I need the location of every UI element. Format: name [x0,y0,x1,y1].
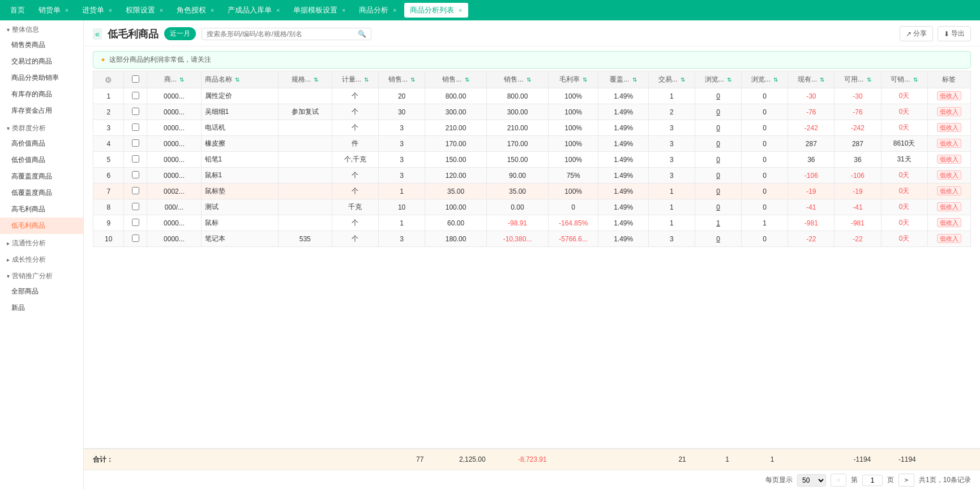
col-header-current[interactable]: 现有... ⇅ [788,71,835,88]
sidebar-item-capital[interactable]: 库存资金占用 [0,103,83,119]
nav-analysis[interactable]: 商品分析 × [353,3,402,18]
sidebar-item-in-stock[interactable]: 有库存的商品 [0,86,83,103]
col-header-sales-price[interactable]: 销售... ⇅ [425,71,487,88]
row-saleable: 0天 [881,199,927,215]
collapse-sidebar-button[interactable]: « [93,28,102,40]
col-header-sales-qty[interactable]: 销售... ⇅ [379,71,425,88]
row-code: 0000... [147,136,201,152]
row-checkbox[interactable] [124,104,147,120]
nav-templates[interactable]: 单据模板设置 × [288,3,351,18]
close-permissions-icon[interactable]: × [160,7,163,14]
close-templates-icon[interactable]: × [342,7,345,14]
row-checkbox[interactable] [124,199,147,215]
row-view1[interactable]: 0 [695,104,742,120]
close-analysis-list-icon[interactable]: × [459,7,462,14]
row-checkbox[interactable] [124,184,147,199]
row-sales-price: 60.00 [425,215,487,231]
row-view1[interactable]: 0 [695,168,742,184]
col-header-available[interactable]: 可用... ⇅ [835,71,881,88]
row-code: 0000... [147,215,201,231]
sidebar-group-cluster[interactable]: ▾ 类群度分析 [0,119,83,135]
filter-recent-month-button[interactable]: 近一月 [164,27,196,40]
nav-purchase[interactable]: 进货单 × [76,3,118,18]
per-page-select[interactable]: 50 100 200 [797,474,826,487]
row-checkbox[interactable] [124,120,147,136]
col-header-view2[interactable]: 浏览... ⇅ [742,71,788,88]
close-analysis-icon[interactable]: × [393,7,396,14]
sidebar-item-category-rate[interactable]: 商品分类助销率 [0,70,83,86]
sidebar-group-flow[interactable]: ▸ 流通性分析 [0,234,83,250]
page-number-input[interactable] [862,475,883,486]
sidebar-item-high-coverage[interactable]: 高覆盖度商品 [0,168,83,185]
row-view1[interactable]: 0 [695,120,742,136]
row-view1[interactable]: 0 [695,184,742,199]
sidebar-item-sales-goods[interactable]: 销售类商品 [0,37,83,53]
search-icon[interactable]: 🔍 [358,30,366,38]
next-page-button[interactable]: ＞ [898,474,914,487]
row-view1[interactable]: 0 [695,231,742,247]
sidebar-group-growth[interactable]: ▸ 成长性分析 [0,250,83,267]
nav-home[interactable]: 首页 [5,3,31,18]
row-checkbox[interactable] [124,215,147,231]
row-checkbox[interactable] [124,88,147,104]
col-header-settings[interactable]: ⚙ [93,71,124,88]
search-input[interactable] [207,30,356,38]
col-header-unit[interactable]: 计量... ⇅ [332,71,378,88]
row-view1[interactable]: 0 [695,88,742,104]
row-view1[interactable]: 0 [695,199,742,215]
nav-products[interactable]: 产成品入库单 × [222,3,285,18]
row-current: -19 [788,184,835,199]
col-header-tag[interactable]: 标签 [927,71,970,88]
sidebar-item-low-value[interactable]: 低价值商品 [0,152,83,168]
col-header-code[interactable]: 商... ⇅ [147,71,201,88]
total-available: -1194 [840,453,884,466]
sidebar-item-high-value[interactable]: 高价值商品 [0,135,83,152]
close-products-icon[interactable]: × [276,7,280,14]
nav-sales[interactable]: 销货单 × [33,3,74,18]
row-view1[interactable]: 0 [695,136,742,152]
row-checkbox[interactable] [124,136,147,152]
sidebar-group-marketing[interactable]: ▾ 营销推广分析 [0,267,83,283]
chevron-down-icon-3: ▾ [7,273,10,279]
close-sales-icon[interactable]: × [65,7,69,14]
col-header-trade[interactable]: 交易... ⇅ [648,71,695,88]
sidebar-item-traded-goods[interactable]: 交易过的商品 [0,53,83,70]
share-button[interactable]: ↗ 分享 [900,26,933,41]
nav-permissions[interactable]: 权限设置 × [120,3,169,18]
close-roles-icon[interactable]: × [211,7,214,14]
col-header-check[interactable] [124,71,147,88]
col-header-coverage[interactable]: 覆盖... ⇅ [598,71,648,88]
row-view1[interactable]: 0 [695,152,742,168]
row-seq: 6 [93,168,124,184]
row-checkbox[interactable] [124,231,147,247]
tag-badge: 低收入 [937,171,961,180]
sidebar-item-low-margin[interactable]: 低毛利商品 [0,218,83,234]
total-view2: 1 [750,453,794,466]
close-purchase-icon[interactable]: × [109,7,112,14]
row-unit: 个 [332,120,378,136]
col-header-view1[interactable]: 浏览... ⇅ [695,71,742,88]
row-sales-profit: 90.00 [487,168,549,184]
sidebar-group-marketing-label: 营销推广分析 [12,271,53,281]
settings-icon[interactable]: ⚙ [105,75,112,84]
select-all-checkbox[interactable] [132,75,139,83]
prev-page-button[interactable]: ＜ [831,474,846,487]
nav-analysis-list[interactable]: 商品分析列表 × [404,3,468,18]
sidebar-item-new-goods[interactable]: 新品 [0,300,83,316]
row-view1[interactable]: 1 [695,215,742,231]
row-checkbox[interactable] [124,168,147,184]
chevron-down-icon: ▾ [7,27,10,33]
row-checkbox[interactable] [124,152,147,168]
col-header-spec[interactable]: 规格... ⇅ [278,71,332,88]
nav-roles[interactable]: 角色授权 × [171,3,220,18]
col-header-saleable[interactable]: 可销... ⇅ [881,71,927,88]
sidebar-item-all-goods[interactable]: 全部商品 [0,283,83,300]
col-header-name[interactable]: 商品名称 ⇅ [201,71,278,88]
sidebar-group-overall[interactable]: ▾ 整体信息 [0,20,83,37]
sidebar-item-low-coverage[interactable]: 低覆盖度商品 [0,185,83,201]
col-header-gross-rate[interactable]: 毛利率 ⇅ [548,71,598,88]
export-button[interactable]: ⬇ 导出 [938,26,971,41]
col-header-sales-profit[interactable]: 销售... ⇅ [487,71,549,88]
row-gross-rate: 75% [548,168,598,184]
sidebar-item-high-margin[interactable]: 高毛利商品 [0,201,83,218]
